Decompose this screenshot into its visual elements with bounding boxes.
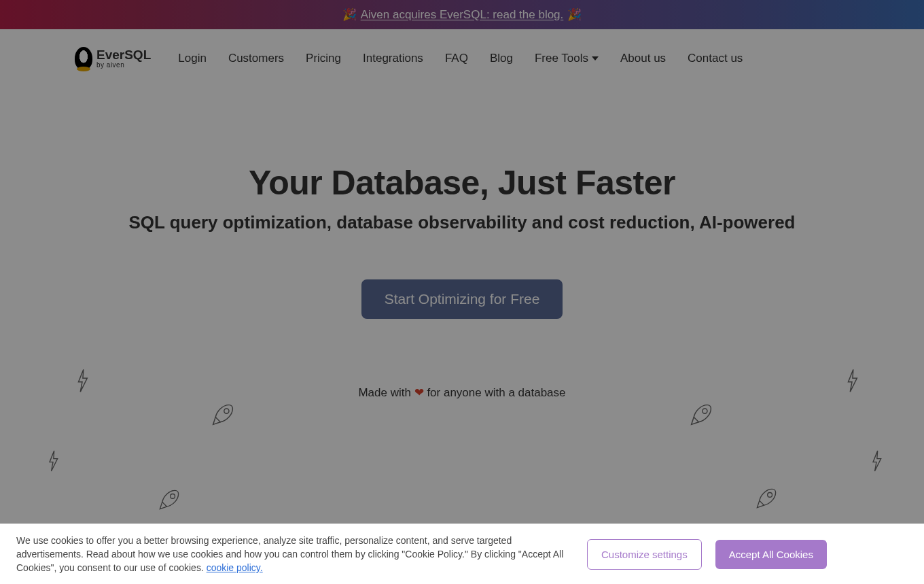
nav-pricing[interactable]: Pricing <box>306 52 341 65</box>
nav-items: Login Customers Pricing Integrations FAQ… <box>178 52 743 65</box>
rocket-icon <box>158 488 181 511</box>
svg-point-1 <box>171 494 175 499</box>
nav-customers[interactable]: Customers <box>228 52 284 65</box>
nav-about-us[interactable]: About us <box>620 52 666 65</box>
chevron-down-icon <box>592 56 599 61</box>
lightning-bolt-icon <box>46 449 60 473</box>
rocket-icon <box>211 402 235 427</box>
nav-integrations[interactable]: Integrations <box>363 52 423 65</box>
rocket-icon <box>755 487 778 510</box>
logo[interactable]: EverSQL by aiven <box>75 47 151 70</box>
made-with-text: Made with ❤ for anyone with a database <box>0 385 924 400</box>
made-with-prefix: Made with <box>358 386 414 399</box>
party-popper-icon: 🎉 <box>567 7 582 22</box>
cta-start-optimizing[interactable]: Start Optimizing for Free <box>361 279 563 319</box>
lightning-bolt-icon <box>75 367 90 394</box>
logo-name: EverSQL <box>96 48 151 61</box>
hero-subheadline: SQL query optimization, database observa… <box>0 212 924 233</box>
announcement-banner[interactable]: 🎉 Aiven acquires EverSQL: read the blog.… <box>0 0 924 29</box>
svg-point-3 <box>768 493 772 498</box>
heart-icon: ❤ <box>414 386 424 399</box>
cookie-banner: We use cookies to offer you a better bro… <box>0 523 924 584</box>
cookie-accept-button[interactable]: Accept All Cookies <box>715 540 827 569</box>
made-with-suffix: for anyone with a database <box>424 386 566 399</box>
announcement-text[interactable]: Aiven acquires EverSQL: read the blog. <box>361 8 564 22</box>
lightning-bolt-icon <box>870 449 883 473</box>
hero-headline: Your Database, Just Faster <box>0 163 924 203</box>
cookie-policy-link[interactable]: cookie policy. <box>207 562 263 573</box>
logo-byline: by aiven <box>96 61 151 69</box>
nav-free-tools-label: Free Tools <box>535 52 588 65</box>
party-popper-icon: 🎉 <box>342 7 357 22</box>
rocket-icon <box>689 402 713 427</box>
cookie-customize-button[interactable]: Customize settings <box>587 539 702 570</box>
svg-point-0 <box>224 409 229 413</box>
lightning-bolt-icon <box>845 367 859 394</box>
nav-faq[interactable]: FAQ <box>445 52 468 65</box>
navbar: EverSQL by aiven Login Customers Pricing… <box>0 29 924 87</box>
svg-point-2 <box>703 409 707 413</box>
nav-contact-us[interactable]: Contact us <box>688 52 743 65</box>
hero: Your Database, Just Faster SQL query opt… <box>0 163 924 537</box>
nav-login[interactable]: Login <box>178 52 207 65</box>
penguin-icon <box>75 47 92 70</box>
cookie-body: We use cookies to offer you a better bro… <box>16 535 563 574</box>
cookie-text: We use cookies to offer you a better bro… <box>16 534 573 575</box>
nav-free-tools[interactable]: Free Tools <box>535 52 599 65</box>
nav-blog[interactable]: Blog <box>490 52 513 65</box>
